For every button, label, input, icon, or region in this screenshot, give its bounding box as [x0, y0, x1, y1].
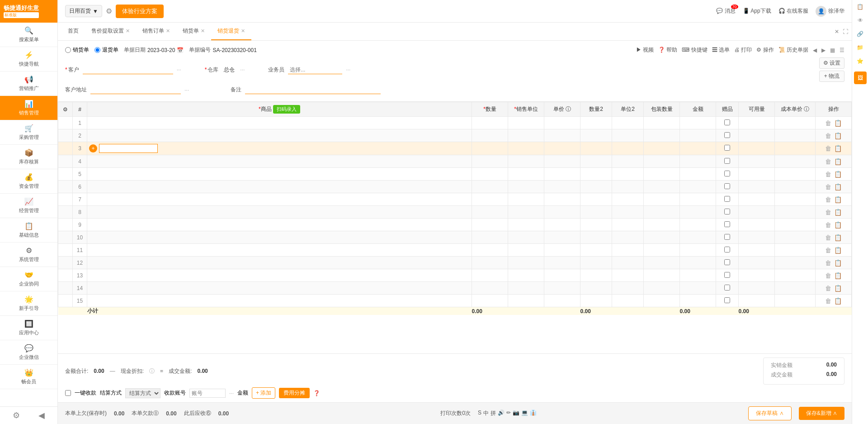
copy-icon[interactable]: 📋 — [834, 234, 842, 241]
scan-button[interactable]: 扫码录入 — [273, 105, 300, 114]
collapse-icon[interactable]: ◀ — [38, 410, 45, 420]
row-gift[interactable] — [716, 168, 739, 181]
row-unit2[interactable] — [612, 244, 644, 257]
row-cost[interactable] — [775, 231, 816, 244]
sidebar-item-inventory[interactable]: 📦 库存核算 — [0, 145, 57, 169]
row-gift[interactable] — [716, 231, 739, 244]
copy-icon[interactable]: 📋 — [834, 196, 842, 203]
row-unit2[interactable] — [612, 193, 644, 206]
row-cost[interactable] — [775, 155, 816, 168]
row-qty2[interactable] — [580, 129, 612, 142]
gift-checkbox[interactable] — [724, 272, 730, 278]
sidebar-item-wechat[interactable]: 💬 企业微信 — [0, 340, 57, 365]
row-price[interactable] — [544, 231, 580, 244]
row-gift[interactable] — [716, 295, 739, 307]
row-gift[interactable] — [716, 244, 739, 257]
row-gift[interactable] — [716, 117, 739, 129]
account-input[interactable] — [189, 389, 226, 398]
radio-shipment-input[interactable] — [65, 47, 71, 53]
close-icon[interactable]: ✕ — [126, 28, 130, 34]
close-icon[interactable]: ✕ — [201, 28, 205, 34]
row-avail[interactable] — [739, 181, 775, 193]
row-qty[interactable] — [472, 244, 508, 257]
tab-shipment[interactable]: 销货单 ✕ — [176, 23, 211, 40]
row-gift[interactable] — [716, 142, 739, 155]
close-tab-icon[interactable]: ✕ — [835, 29, 839, 35]
row-price[interactable] — [544, 219, 580, 231]
row-unit[interactable] — [508, 142, 544, 155]
copy-icon[interactable]: 📋 — [834, 297, 842, 305]
gift-checkbox[interactable] — [724, 132, 730, 138]
row-pack[interactable] — [644, 257, 680, 269]
row-price[interactable] — [544, 142, 580, 155]
row-product[interactable] — [87, 181, 472, 193]
gift-checkbox[interactable] — [724, 297, 730, 303]
copy-icon[interactable]: 📋 — [834, 259, 842, 267]
row-product[interactable]: + — [87, 142, 472, 155]
row-avail[interactable] — [739, 295, 775, 307]
row-cost[interactable] — [775, 257, 816, 269]
row-qty[interactable] — [472, 129, 508, 142]
row-gift[interactable] — [716, 193, 739, 206]
row-pack[interactable] — [644, 231, 680, 244]
topbar-gear-icon[interactable]: ⚙ — [106, 7, 112, 15]
row-unit[interactable] — [508, 155, 544, 168]
row-amount[interactable] — [680, 282, 716, 295]
customer-dots[interactable]: ··· — [177, 67, 181, 73]
sidebar-item-operation[interactable]: 📈 经营管理 — [0, 194, 57, 218]
row-product[interactable] — [87, 117, 472, 129]
video-btn[interactable]: ▶ 视频 — [636, 46, 654, 54]
row-cost[interactable] — [775, 181, 816, 193]
row-product[interactable] — [87, 206, 472, 219]
row-unit[interactable] — [508, 193, 544, 206]
sidebar-item-marketing[interactable]: 📢 营销推广 — [0, 71, 57, 96]
sidebar-item-member[interactable]: 👑 畅会员 — [0, 365, 57, 389]
row-unit[interactable] — [508, 231, 544, 244]
row-qty[interactable] — [472, 181, 508, 193]
tab-price[interactable]: 售价提取设置 ✕ — [85, 23, 136, 40]
row-qty2[interactable] — [580, 244, 612, 257]
gift-checkbox[interactable] — [724, 183, 730, 189]
row-pack[interactable] — [644, 129, 680, 142]
row-product[interactable] — [87, 193, 472, 206]
row-qty[interactable] — [472, 155, 508, 168]
row-cost[interactable] — [775, 142, 816, 155]
row-qty2[interactable] — [580, 168, 612, 181]
shortcut-btn[interactable]: ⌨ 快捷键 — [682, 46, 707, 54]
row-pack[interactable] — [644, 181, 680, 193]
app-download[interactable]: 📱 App下载 — [743, 7, 771, 15]
row-gift[interactable] — [716, 129, 739, 142]
row-qty[interactable] — [472, 193, 508, 206]
select-btn[interactable]: ☰ 选单 — [712, 46, 730, 54]
save-draft-btn[interactable]: 保存草稿 ∧ — [748, 406, 791, 420]
delete-icon[interactable]: 🗑 — [825, 259, 831, 267]
row-pack[interactable] — [644, 269, 680, 282]
fee-help-icon[interactable]: ❓ — [313, 390, 320, 396]
tab-return[interactable]: 销货退货 ✕ — [211, 23, 251, 40]
rp-icon5[interactable]: ⭐ — [857, 58, 863, 64]
sidebar-item-basic[interactable]: 📋 基础信息 — [0, 218, 57, 243]
gift-checkbox[interactable] — [724, 247, 730, 252]
row-unit2[interactable] — [612, 269, 644, 282]
expand-icon[interactable]: ⛶ — [843, 29, 848, 35]
row-unit[interactable] — [508, 129, 544, 142]
row-product[interactable] — [87, 257, 472, 269]
row-cost[interactable] — [775, 117, 816, 129]
row-qty2[interactable] — [580, 155, 612, 168]
sidebar-item-enterprise[interactable]: 🤝 企业协同 — [0, 267, 57, 291]
radio-return-input[interactable] — [94, 47, 100, 53]
address-input[interactable] — [90, 86, 181, 94]
note-input[interactable] — [245, 86, 381, 94]
row-qty2[interactable] — [580, 231, 612, 244]
sidebar-item-appcenter[interactable]: 🔲 应用中心 — [0, 316, 57, 340]
row-qty2[interactable] — [580, 219, 612, 231]
copy-icon[interactable]: 📋 — [834, 132, 842, 139]
save-new-btn[interactable]: 保存&新增 ∧ — [799, 407, 844, 420]
date-value[interactable]: 2023-03-20 — [147, 47, 175, 53]
row-product[interactable] — [87, 244, 472, 257]
row-avail[interactable] — [739, 168, 775, 181]
row-pack[interactable] — [644, 282, 680, 295]
copy-icon[interactable]: 📋 — [834, 183, 842, 191]
row-price[interactable] — [544, 257, 580, 269]
row-qty2[interactable] — [580, 181, 612, 193]
